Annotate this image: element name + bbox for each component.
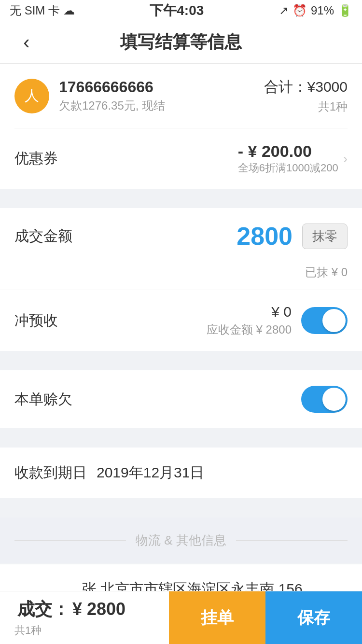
logistics-section: 物流 & 其他信息 <box>0 518 362 563</box>
coupon-chevron-icon: › <box>343 151 348 167</box>
prepay-label: 冲预收 <box>14 311 58 331</box>
amount-section: 成交金额 2800 抹零 已抹 ¥ 0 冲预收 ¥ 0 应收金额 ¥ 2800 <box>0 208 362 351</box>
prepay-right: ¥ 0 应收金额 ¥ 2800 <box>207 304 348 337</box>
status-left: 无 SIM 卡 ☁ <box>10 3 75 18</box>
prepay-amount-block: ¥ 0 应收金额 ¥ 2800 <box>207 304 292 337</box>
coupon-right: - ¥ 200.00 全场6折满1000减200 › <box>238 142 348 175</box>
customer-row: 人 17666666666 欠款1276.35元, 现结 合计：¥3000 共1… <box>0 64 362 128</box>
total-count: 共1种 <box>264 99 348 114</box>
coupon-value-block: - ¥ 200.00 全场6折满1000减200 <box>238 142 338 175</box>
status-right: ↗ ⏰ 91% 🔋 <box>279 4 352 17</box>
customer-info: 17666666666 欠款1276.35元, 现结 <box>59 78 165 113</box>
status-time: 下午4:03 <box>150 1 204 20</box>
credit-row: 本单赊欠 <box>0 370 362 428</box>
customer-card: 人 17666666666 欠款1276.35元, 现结 合计：¥3000 共1… <box>0 64 362 189</box>
toggle-knob <box>322 309 346 332</box>
eraze-button[interactable]: 抹零 <box>302 224 348 249</box>
amount-value: 2800 <box>237 222 292 251</box>
bottom-summary-label: 成交： <box>17 599 70 619</box>
gray-separator-2 <box>0 351 362 361</box>
prepay-amount: ¥ 0 <box>207 304 292 320</box>
main-content: 人 17666666666 欠款1276.35元, 现结 合计：¥3000 共1… <box>0 64 362 644</box>
avatar: 人 <box>14 79 49 113</box>
amount-label: 成交金额 <box>14 226 72 246</box>
date-label: 收款到期日 <box>14 463 87 483</box>
credit-toggle-knob <box>322 388 346 411</box>
logistics-line-left <box>14 540 126 541</box>
coupon-desc: 全场6折满1000减200 <box>238 161 338 175</box>
amount-row: 成交金额 2800 抹零 <box>0 208 362 264</box>
date-value: 2019年12月31日 <box>97 463 204 483</box>
gray-separator-3 <box>0 428 362 438</box>
save-button[interactable]: 保存 <box>265 591 362 644</box>
prepay-row: 冲预收 ¥ 0 应收金额 ¥ 2800 <box>0 290 362 351</box>
total-amount: 合计：¥3000 <box>264 77 348 97</box>
date-row: 收款到期日 2019年12月31日 <box>0 448 362 498</box>
credit-toggle[interactable] <box>301 386 348 413</box>
customer-note: 欠款1276.35元, 现结 <box>59 98 165 113</box>
bottom-summary: 成交：¥ 2800 共1种 <box>0 598 169 638</box>
logistics-title: 物流 & 其他信息 <box>14 532 348 549</box>
battery-icon: 🔋 <box>338 4 352 17</box>
back-button[interactable]: ‹ <box>14 30 39 55</box>
nav-bar: ‹ 填写结算等信息 <box>0 21 362 64</box>
logistics-label: 物流 & 其他信息 <box>136 532 226 549</box>
customer-phone: 17666666666 <box>59 78 165 96</box>
back-icon: ‹ <box>23 31 29 53</box>
gray-separator-1 <box>0 198 362 208</box>
prepay-toggle[interactable] <box>301 307 348 334</box>
bottom-bar: 成交：¥ 2800 共1种 挂单 保存 <box>0 591 362 644</box>
coupon-label: 优惠券 <box>14 149 58 168</box>
bottom-summary-amount: ¥ 2800 <box>72 599 125 619</box>
eraze-desc: 已抹 ¥ 0 <box>305 266 348 279</box>
page-title: 填写结算等信息 <box>39 30 323 54</box>
coupon-row[interactable]: 优惠券 - ¥ 200.00 全场6折满1000减200 › <box>0 128 362 189</box>
prepay-desc: 应收金额 ¥ 2800 <box>207 322 292 337</box>
gray-separator-4 <box>0 498 362 508</box>
sim-status: 无 SIM 卡 ☁ <box>10 3 75 18</box>
avatar-icon: 人 <box>25 86 39 106</box>
alarm-icon: ⏰ <box>292 4 307 17</box>
customer-right: 合计：¥3000 共1种 <box>264 77 348 114</box>
logistics-line-right <box>236 540 348 541</box>
coupon-amount: - ¥ 200.00 <box>238 142 338 161</box>
amount-right: 2800 抹零 <box>237 222 348 251</box>
credit-label: 本单赊欠 <box>14 390 72 409</box>
customer-left: 人 17666666666 欠款1276.35元, 现结 <box>14 78 165 113</box>
bottom-summary-top: 成交：¥ 2800 <box>14 598 154 621</box>
hang-button[interactable]: 挂单 <box>169 591 265 644</box>
battery-level: 91% <box>311 4 334 17</box>
eraze-sub: 已抹 ¥ 0 <box>0 264 362 290</box>
bottom-summary-count: 共1种 <box>14 623 154 638</box>
status-bar: 无 SIM 卡 ☁ 下午4:03 ↗ ⏰ 91% 🔋 <box>0 0 362 21</box>
location-icon: ↗ <box>279 4 289 17</box>
